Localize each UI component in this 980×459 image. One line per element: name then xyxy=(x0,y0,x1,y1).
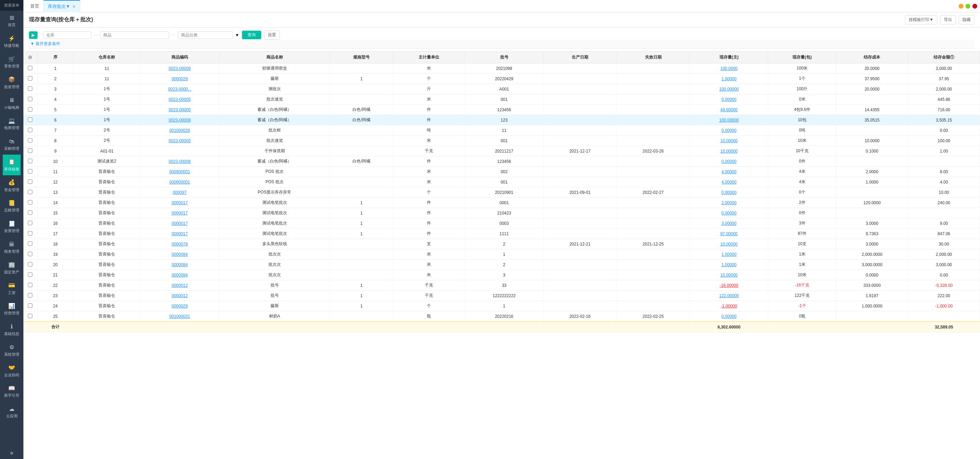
sidebar-item-home[interactable]: ⊞首页 xyxy=(3,11,21,31)
cell-link-code[interactable]: 0000084 xyxy=(172,262,188,267)
row-select-checkbox[interactable] xyxy=(28,159,32,163)
row-checkbox[interactable] xyxy=(24,115,37,125)
row-checkbox[interactable] xyxy=(24,260,37,270)
sidebar-item-tax[interactable]: 🏛税务管理 xyxy=(3,237,21,258)
cell-qty_main[interactable]: 10.00000 xyxy=(690,270,768,280)
select-all-checkbox[interactable]: ☉ xyxy=(28,55,32,60)
cell-qty_main[interactable]: 10.00000 xyxy=(690,239,768,249)
cell-qty_main[interactable]: 87.00000 xyxy=(690,229,768,239)
sidebar-item-system[interactable]: ⚙系统管理 xyxy=(3,340,21,361)
cell-qty_main[interactable]: 100.00000 xyxy=(690,84,768,94)
sidebar-item-collaboration[interactable]: 🤝企业协同 xyxy=(3,360,21,381)
cell-link-qty_main[interactable]: 0.00000 xyxy=(721,159,736,164)
sidebar-item-inventory[interactable]: 📋库存核查 xyxy=(3,155,21,175)
cell-link-qty_main[interactable]: 4.00000 xyxy=(721,180,736,185)
tab-close-btn[interactable]: ✕ xyxy=(72,4,76,9)
cell-link-code[interactable]: 0000017 xyxy=(172,201,188,205)
cell-link-code[interactable]: 0023-0000... xyxy=(168,87,191,92)
sidebar-item-ecommerce[interactable]: 💻电商管理 xyxy=(3,114,21,134)
row-select-checkbox[interactable] xyxy=(28,303,32,308)
cell-link-code[interactable]: 0023-00005 xyxy=(169,97,191,102)
sidebar-search[interactable]: 搜索菜单 xyxy=(0,0,24,11)
row-select-checkbox[interactable] xyxy=(28,86,32,91)
cell-link-qty_main[interactable]: 87.00000 xyxy=(721,231,738,236)
row-select-checkbox[interactable] xyxy=(28,169,32,174)
cell-link-code[interactable]: 0023-00008 xyxy=(169,159,191,164)
row-select-checkbox[interactable] xyxy=(28,231,32,236)
cell-link-code[interactable]: 0023-00008 xyxy=(169,118,191,123)
sidebar-item-operations[interactable]: 📊经营管理 xyxy=(3,299,21,320)
cell-link-qty_main[interactable]: 4.00000 xyxy=(721,169,736,174)
cell-link-code[interactable]: 0000084 xyxy=(172,273,188,277)
sidebar-item-cloud[interactable]: ☁云应用 xyxy=(3,402,21,422)
expand-conditions-btn[interactable]: ▼ 展开更多条件 xyxy=(30,41,973,47)
row-checkbox[interactable] xyxy=(24,291,37,301)
cell-link-qty_main[interactable]: 0.00000 xyxy=(721,128,736,133)
sidebar-item-invoice[interactable]: 🧾发票管理 xyxy=(3,217,21,237)
sidebar-item-assets[interactable]: 🏢固定资产 xyxy=(3,258,21,278)
cell-link-code[interactable]: 0023-00005 xyxy=(169,107,191,112)
th-select[interactable]: ☉ xyxy=(24,52,37,63)
cell-link-qty_main[interactable]: 0.00000 xyxy=(721,97,736,102)
cell-qty_main[interactable]: 1.00000 xyxy=(690,260,768,270)
cell-link-qty_main[interactable]: 1.00000 xyxy=(721,76,736,81)
sidebar-item-guide[interactable]: 📖新手引导 xyxy=(3,381,21,402)
cell-link-qty_main[interactable]: -16.00000 xyxy=(720,283,738,288)
sidebar-item-basic-info[interactable]: ℹ基础信息 xyxy=(3,320,21,340)
category-dropdown-icon[interactable]: ▼ xyxy=(235,33,239,38)
cell-qty_main[interactable]: 2.00000 xyxy=(690,198,768,208)
row-checkbox[interactable] xyxy=(24,187,37,198)
cell-qty_main[interactable]: 4.00000 xyxy=(690,167,768,177)
cell-link-qty_main[interactable]: -1.00000 xyxy=(721,304,737,309)
cell-qty_main[interactable]: 0.00000 xyxy=(690,208,768,218)
cell-qty_main[interactable]: 0.00000 xyxy=(690,187,768,198)
cell-link-qty_main[interactable]: 100.00000 xyxy=(719,118,739,123)
sidebar-item-ledger[interactable]: 📒总账管理 xyxy=(3,196,21,217)
cell-link-code[interactable]: 0000029 xyxy=(172,76,188,81)
row-select-checkbox[interactable] xyxy=(28,76,32,81)
row-select-checkbox[interactable] xyxy=(28,210,32,215)
cell-link-qty_main[interactable]: 1.00000 xyxy=(721,262,736,267)
tab-[interactable]: 首页 xyxy=(26,0,44,13)
row-select-checkbox[interactable] xyxy=(28,293,32,298)
tab-[interactable]: 库存批次▼✕ xyxy=(44,0,80,13)
sidebar-item-purchase[interactable]: 🛍采购管理 xyxy=(3,134,21,155)
row-select-checkbox[interactable] xyxy=(28,118,32,122)
cell-link-qty_main[interactable]: 10.00000 xyxy=(721,273,738,277)
cell-link-code[interactable]: 0000084 xyxy=(172,252,188,257)
row-checkbox[interactable] xyxy=(24,249,37,260)
row-select-checkbox[interactable] xyxy=(28,190,32,194)
cell-link-code[interactable]: 000097 xyxy=(173,190,186,195)
row-select-checkbox[interactable] xyxy=(28,107,32,112)
row-checkbox[interactable] xyxy=(24,84,37,94)
maximize-btn[interactable] xyxy=(966,4,970,9)
warehouse-input[interactable] xyxy=(43,31,91,39)
product-input[interactable] xyxy=(100,31,169,39)
cell-link-qty_main[interactable]: 0.00000 xyxy=(721,190,736,195)
cell-link-code[interactable]: 0000029 xyxy=(172,304,188,309)
cell-link-code[interactable]: 0000012 xyxy=(172,293,188,298)
row-select-checkbox[interactable] xyxy=(28,314,32,318)
row-select-checkbox[interactable] xyxy=(28,252,32,256)
row-select-checkbox[interactable] xyxy=(28,66,32,70)
cell-qty_main[interactable]: 100.00000 xyxy=(690,115,768,125)
row-select-checkbox[interactable] xyxy=(28,179,32,184)
sidebar-item-retail[interactable]: 🛒零售管理 xyxy=(3,52,21,73)
cell-link-qty_main[interactable]: 100.00000 xyxy=(719,87,739,92)
category-input[interactable] xyxy=(178,31,233,39)
cell-link-qty_main[interactable]: 2.00000 xyxy=(721,201,736,205)
cell-link-qty_main[interactable]: 1.00000 xyxy=(721,252,736,257)
cell-qty_main[interactable]: 10.00000 xyxy=(690,146,768,156)
print-btn[interactable]: 按模板打印▼ xyxy=(905,15,937,24)
cell-link-code[interactable]: 0000017 xyxy=(172,231,188,236)
cell-qty_main[interactable]: -1.00000 xyxy=(690,301,768,311)
row-select-checkbox[interactable] xyxy=(28,273,32,277)
cell-qty_main[interactable]: -16.00000 xyxy=(690,280,768,291)
sidebar-settings-btn[interactable]: ⚙ xyxy=(0,448,24,459)
minimize-btn[interactable] xyxy=(959,4,964,9)
cell-link-qty_main[interactable]: 10.00000 xyxy=(721,242,738,247)
row-select-checkbox[interactable] xyxy=(28,283,32,287)
cell-qty_main[interactable]: 122.00000 xyxy=(690,291,768,301)
row-checkbox[interactable] xyxy=(24,239,37,249)
cell-link-code[interactable]: 0000017 xyxy=(172,211,188,215)
